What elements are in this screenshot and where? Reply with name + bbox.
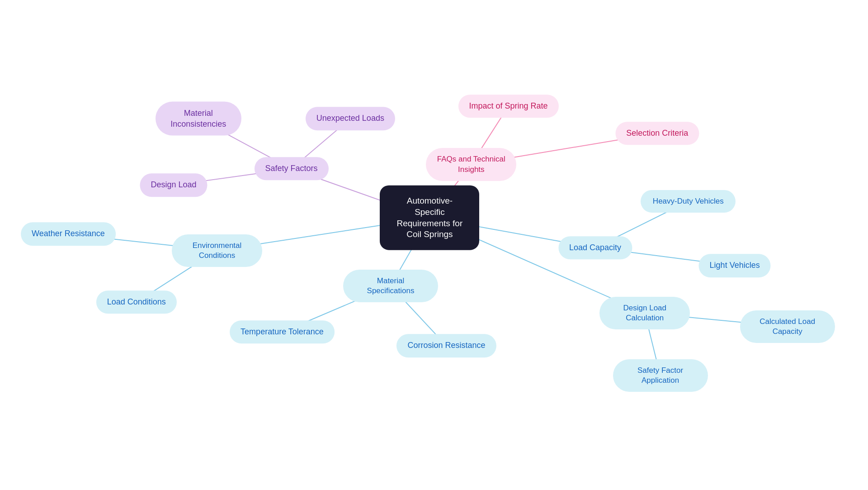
node-load-conditions[interactable]: Load Conditions — [96, 290, 177, 314]
node-light-vehicles[interactable]: Light Vehicles — [699, 254, 771, 277]
node-material-specifications[interactable]: Material Specifications — [343, 270, 438, 302]
node-unexpected-loads[interactable]: Unexpected Loads — [306, 107, 395, 130]
node-design-load-calculation[interactable]: Design Load Calculation — [599, 297, 690, 329]
node-load-capacity[interactable]: Load Capacity — [558, 236, 632, 259]
node-faqs-technical[interactable]: FAQs and Technical Insights — [426, 148, 516, 181]
node-calculated-load-capacity[interactable]: Calculated Load Capacity — [740, 310, 835, 343]
node-selection-criteria[interactable]: Selection Criteria — [615, 122, 699, 145]
node-design-load[interactable]: Design Load — [140, 173, 207, 196]
node-impact-spring-rate[interactable]: Impact of Spring Rate — [458, 95, 559, 118]
center-node[interactable]: Automotive-Specific Requirements for Coi… — [380, 186, 479, 250]
node-environmental-conditions[interactable]: Environmental Conditions — [172, 234, 262, 266]
node-temperature-tolerance[interactable]: Temperature Tolerance — [230, 320, 335, 343]
node-material-inconsistencies[interactable]: Material Inconsistencies — [156, 102, 241, 136]
node-safety-factors[interactable]: Safety Factors — [255, 157, 329, 180]
node-weather-resistance[interactable]: Weather Resistance — [21, 223, 116, 246]
mind-map: Automotive-Specific Requirements for Coi… — [0, 0, 868, 490]
node-corrosion-resistance[interactable]: Corrosion Resistance — [396, 334, 496, 357]
node-safety-factor-application[interactable]: Safety Factor Application — [613, 359, 708, 392]
node-heavy-duty-vehicles[interactable]: Heavy-Duty Vehicles — [641, 190, 736, 213]
